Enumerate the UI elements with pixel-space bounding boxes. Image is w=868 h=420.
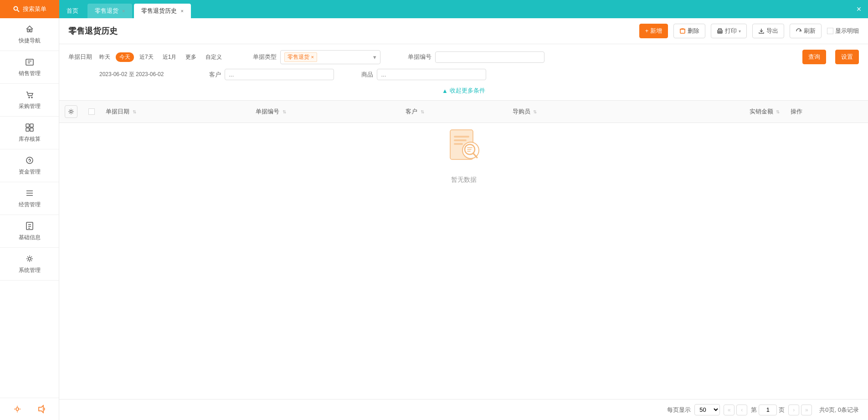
tab-retail-return[interactable]: 零售退货 × bbox=[87, 4, 132, 18]
filter-row-1: 单据日期 昨天 今天 近7天 近1月 更多 自定义 单据类型 bbox=[68, 50, 859, 64]
settings-bottom-icon[interactable] bbox=[12, 404, 23, 415]
th-number[interactable]: 单据编号 ⇅ bbox=[250, 101, 400, 123]
table-settings-icon[interactable] bbox=[65, 105, 77, 118]
sidebar-bottom bbox=[0, 398, 59, 420]
show-detail-checkbox[interactable] bbox=[827, 28, 833, 34]
filter-row-2: 2023-06-02 至 2023-06-02 客户 商品 bbox=[68, 69, 859, 80]
last-page-btn[interactable]: » bbox=[801, 405, 812, 415]
tab-retail-return-history[interactable]: 零售退货历史 × bbox=[134, 4, 190, 18]
sidebar-item-fund[interactable]: 资金管理 bbox=[0, 149, 59, 182]
prev-page-btn[interactable]: ‹ bbox=[736, 405, 747, 415]
date-btn-1month[interactable]: 近1月 bbox=[159, 52, 180, 62]
date-btn-7days[interactable]: 近7天 bbox=[136, 52, 157, 62]
type-filter: 单据类型 零售退货 × ▾ bbox=[253, 50, 380, 64]
sidebar-system-label: 系统管理 bbox=[19, 266, 41, 274]
sidebar-item-quicknav[interactable]: 快捷导航 bbox=[0, 18, 59, 51]
table-area: 单据日期 ⇅ 单据编号 ⇅ 客户 ⇅ bbox=[59, 101, 868, 399]
date-sort-icon: ⇅ bbox=[133, 109, 136, 114]
amount-sort-icon: ⇅ bbox=[776, 109, 780, 114]
svg-rect-7 bbox=[26, 124, 29, 127]
first-page-btn[interactable]: « bbox=[724, 405, 734, 415]
type-select[interactable]: 零售退货 × ▾ bbox=[280, 50, 380, 64]
basicinfo-icon bbox=[25, 221, 35, 231]
sidebar-item-purchase[interactable]: 采购管理 bbox=[0, 84, 59, 117]
sidebar-item-inventory[interactable]: 库存核算 bbox=[0, 117, 59, 149]
svg-point-14 bbox=[16, 408, 19, 410]
tab-retail-return-history-close[interactable]: × bbox=[180, 8, 183, 14]
svg-rect-10 bbox=[30, 128, 33, 131]
goods-label: 商品 bbox=[361, 71, 373, 79]
svg-point-5 bbox=[29, 97, 30, 98]
next-page-btn[interactable]: › bbox=[788, 405, 799, 415]
refresh-label: 刷新 bbox=[804, 27, 816, 35]
query-button[interactable]: 查询 bbox=[802, 50, 826, 64]
svg-marker-15 bbox=[39, 405, 43, 413]
collapse-button[interactable]: ▲ 收起更多条件 bbox=[442, 87, 485, 95]
date-filter: 单据日期 昨天 今天 近7天 近1月 更多 自定义 bbox=[68, 52, 226, 62]
empty-state: 暂无数据 bbox=[59, 123, 868, 184]
page-label-pre: 第 bbox=[751, 406, 757, 414]
new-button[interactable]: + 新增 bbox=[639, 24, 668, 38]
page-size-select[interactable]: 50 10 20 100 bbox=[694, 404, 720, 415]
sidebar-item-system[interactable]: 系统管理 bbox=[0, 248, 59, 281]
svg-rect-4 bbox=[26, 59, 33, 65]
system-icon bbox=[25, 254, 35, 264]
th-amount[interactable]: 实销金额 ⇅ bbox=[635, 101, 785, 123]
window-close-button[interactable]: × bbox=[850, 0, 868, 18]
number-sort-icon: ⇅ bbox=[282, 109, 286, 114]
audio-bottom-icon[interactable] bbox=[36, 404, 47, 415]
delete-button[interactable]: 删除 bbox=[673, 24, 705, 38]
show-detail-label: 显示明细 bbox=[835, 27, 859, 35]
date-btn-today[interactable]: 今天 bbox=[116, 52, 134, 62]
page-nav-next: › » bbox=[788, 405, 812, 415]
table-scroll: 单据日期 ⇅ 单据编号 ⇅ 客户 ⇅ bbox=[59, 101, 868, 399]
number-filter: 单据编号 bbox=[408, 51, 544, 63]
number-label: 单据编号 bbox=[408, 53, 431, 61]
search-icon bbox=[13, 5, 20, 13]
page-size-label: 每页显示 bbox=[667, 406, 691, 414]
data-table: 单据日期 ⇅ 单据编号 ⇅ 客户 ⇅ bbox=[59, 101, 868, 123]
delete-icon bbox=[679, 28, 686, 34]
th-date[interactable]: 单据日期 ⇅ bbox=[100, 101, 250, 123]
th-date-label: 单据日期 bbox=[106, 108, 129, 115]
th-guide[interactable]: 导购员 ⇅ bbox=[507, 101, 636, 123]
th-customer[interactable]: 客户 ⇅ bbox=[400, 101, 507, 123]
print-button[interactable]: 打印 ▾ bbox=[711, 24, 747, 38]
date-btn-custom[interactable]: 自定义 bbox=[202, 52, 226, 62]
th-settings bbox=[59, 101, 83, 123]
sidebar-item-management[interactable]: 经营管理 bbox=[0, 182, 59, 215]
th-number-label: 单据编号 bbox=[256, 108, 279, 115]
page-number-input[interactable] bbox=[759, 405, 777, 415]
total-info: 共0页, 0条记录 bbox=[819, 406, 859, 414]
number-input[interactable] bbox=[435, 51, 544, 63]
date-btn-more[interactable]: 更多 bbox=[182, 52, 200, 62]
goods-input[interactable] bbox=[377, 69, 486, 80]
sidebar-item-basic-info[interactable]: 基础信息 bbox=[0, 215, 59, 248]
tab-retail-return-close[interactable]: × bbox=[122, 8, 125, 14]
tab-home[interactable]: 首页 bbox=[59, 4, 86, 18]
sidebar-purchase-label: 采购管理 bbox=[19, 102, 41, 110]
date-range-text: 2023-06-02 至 2023-06-02 bbox=[99, 71, 164, 78]
select-all-checkbox[interactable] bbox=[88, 108, 95, 115]
type-tag-remove[interactable]: × bbox=[311, 54, 313, 60]
pagination: 每页显示 50 10 20 100 « ‹ 第 页 › » 共0页, 0条记录 bbox=[59, 399, 868, 420]
customer-input[interactable] bbox=[225, 69, 334, 80]
settings-button[interactable]: 设置 bbox=[835, 50, 859, 64]
sidebar-item-sales[interactable]: 销售管理 bbox=[0, 51, 59, 84]
print-label: 打印 bbox=[725, 27, 737, 35]
guide-sort-icon: ⇅ bbox=[533, 109, 537, 114]
svg-point-0 bbox=[14, 7, 18, 10]
export-button[interactable]: 导出 bbox=[752, 24, 784, 38]
page-header: 零售退货历史 + 新增 删除 打印 ▾ bbox=[59, 18, 868, 44]
search-menu-button[interactable]: 搜索菜单 bbox=[0, 0, 59, 18]
main-layout: 快捷导航 销售管理 采购管理 bbox=[0, 18, 868, 420]
refresh-button[interactable]: 刷新 bbox=[790, 24, 822, 38]
search-menu-label: 搜索菜单 bbox=[23, 5, 46, 13]
svg-point-6 bbox=[31, 97, 32, 98]
sidebar: 快捷导航 销售管理 采购管理 bbox=[0, 18, 59, 420]
print-arrow: ▾ bbox=[739, 29, 741, 34]
date-btn-yesterday[interactable]: 昨天 bbox=[96, 52, 114, 62]
page-label-post: 页 bbox=[779, 406, 785, 414]
print-icon bbox=[717, 28, 723, 34]
collapse-icon: ▲ bbox=[442, 87, 448, 94]
